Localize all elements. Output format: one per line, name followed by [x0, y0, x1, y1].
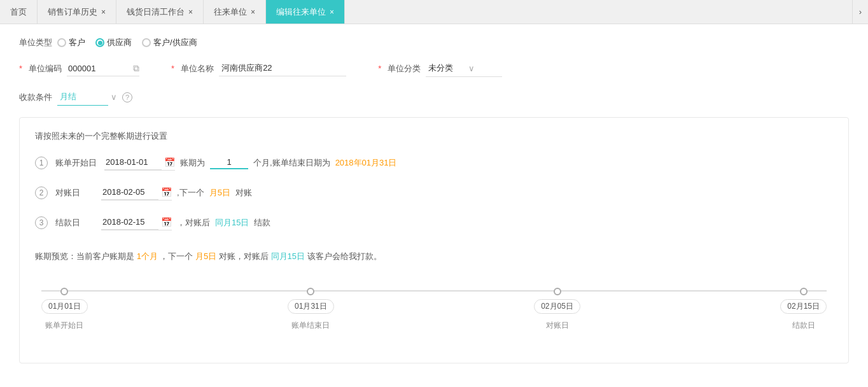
payment-select[interactable]: 月结 ∨	[57, 88, 117, 106]
point-desc-3: 结款日	[792, 320, 815, 331]
unit-type-radio-group: 客户 供应商 客户/供应商	[57, 37, 197, 48]
radio-supplier-label: 供应商	[107, 37, 132, 48]
point-desc-1: 账单结束日	[291, 320, 330, 331]
unit-name-label: 单位名称	[181, 63, 214, 74]
step1-calendar-icon[interactable]: 📅	[164, 157, 175, 167]
radio-customer-circle	[57, 38, 66, 47]
unit-code-required: *	[19, 64, 22, 73]
step-label-1: 账单开始日	[55, 157, 97, 169]
tab-edit-partner[interactable]: 编辑往来单位 ×	[266, 0, 345, 24]
step1-period-input[interactable]	[210, 156, 248, 169]
unit-code-input-wrapper: ⧉	[67, 61, 139, 76]
point-dot-3	[800, 288, 808, 295]
payment-label: 收款条件	[19, 92, 52, 103]
point-dot-2	[554, 288, 561, 295]
step-num-3: 3	[35, 216, 48, 229]
step-row-3: 3 结款日 📅 ，对账后 同月15日 结款	[35, 215, 833, 230]
unit-name-input[interactable]	[219, 61, 346, 76]
step-label-2: 对账日	[55, 187, 94, 199]
step-label-3: 结款日	[55, 217, 94, 229]
preview-part2: 月5日	[195, 251, 216, 261]
unit-category-required: *	[378, 64, 381, 73]
step-content-2: 📅 ,下一个 月5日 对账	[101, 185, 252, 201]
point-desc-2: 对账日	[546, 320, 569, 331]
step-row-2: 2 对账日 📅 ,下一个 月5日 对账	[35, 185, 833, 201]
radio-supplier[interactable]: 供应商	[95, 37, 132, 48]
radio-supplier-circle	[95, 38, 104, 47]
step3-date-input[interactable]	[101, 215, 158, 230]
unit-type-label: 单位类型	[19, 37, 52, 48]
step2-date-wrapper: 📅	[101, 185, 172, 201]
timeline-container: 01月01日 账单开始日 01月31日 账单结束日 02月05日 对账日 02月…	[41, 278, 827, 350]
step3-day-highlight: 同月15日	[215, 217, 249, 229]
step3-prefix: ，对账后	[177, 217, 210, 229]
unit-info-row: * 单位编码 ⧉ * 单位名称 * 单位分类 未分类 ∨	[19, 60, 849, 77]
point-desc-0: 账单开始日	[45, 320, 83, 331]
tab-sales-history-close[interactable]: ×	[101, 8, 106, 16]
preview-sep2: 对账，对账后	[219, 251, 269, 261]
timeline-point-0: 01月01日 账单开始日	[41, 288, 88, 331]
tab-cash-work[interactable]: 钱货日清工作台 ×	[116, 0, 204, 24]
unit-name-required: *	[171, 64, 174, 73]
tab-home[interactable]: 首页	[0, 0, 38, 24]
tab-partner[interactable]: 往来单位 ×	[204, 0, 266, 24]
step1-end-date: 2018年01月31日	[335, 157, 397, 169]
step2-day-highlight: 月5日	[209, 187, 230, 199]
unit-category-select[interactable]: 未分类 ∨	[426, 60, 502, 77]
timeline-point-2: 02月05日 对账日	[534, 288, 580, 331]
step3-date-wrapper: 📅	[101, 215, 172, 230]
step3-calendar-icon[interactable]: 📅	[161, 217, 172, 227]
tab-edit-partner-label: 编辑往来单位	[276, 6, 326, 18]
step2-date-input[interactable]	[101, 185, 158, 200]
unit-code-copy-icon[interactable]: ⧉	[133, 63, 139, 74]
step3-suffix: 结款	[254, 217, 270, 229]
preview-part3: 同月15日	[271, 251, 305, 261]
payment-chevron-down-icon: ∨	[111, 92, 117, 102]
period-settings-section: 请按照未来的一个完整帐期进行设置 1 账单开始日 📅 账期为 个月,账单结束日期…	[19, 117, 849, 363]
step1-suffix: 账期为	[180, 157, 205, 169]
tab-home-label: 首页	[10, 6, 27, 18]
tab-sales-history[interactable]: 销售订单历史 ×	[38, 0, 116, 24]
tab-sales-history-label: 销售订单历史	[48, 6, 97, 18]
point-dot-0	[60, 288, 68, 295]
step1-date-input[interactable]	[104, 155, 162, 170]
radio-both-circle	[142, 38, 151, 47]
payment-row: 收款条件 月结 ∨ ?	[19, 88, 849, 106]
preview-sep1: ，下一个	[160, 251, 193, 261]
step-num-1: 1	[35, 157, 48, 169]
radio-customer-label: 客户	[69, 37, 85, 48]
tabs-more-button[interactable]: ›	[852, 0, 868, 24]
step2-suffix: 对账	[235, 187, 252, 199]
unit-name-group: * 单位名称	[171, 61, 346, 76]
step-row-1: 1 账单开始日 📅 账期为 个月,账单结束日期为 2018年01月31日	[35, 155, 833, 171]
tab-cash-work-label: 钱货日清工作台	[127, 6, 185, 18]
point-date-3: 02月15日	[780, 299, 827, 314]
step1-date-wrapper: 📅	[104, 155, 175, 171]
tab-partner-label: 往来单位	[214, 6, 247, 18]
unit-category-value: 未分类	[428, 62, 453, 74]
preview-end: 该客户会给我打款。	[307, 251, 382, 261]
unit-type-row: 单位类型 客户 供应商 客户/供应商	[19, 37, 849, 48]
unit-type-group: 单位类型 客户 供应商 客户/供应商	[19, 37, 197, 48]
tab-cash-work-close[interactable]: ×	[188, 8, 193, 16]
unit-category-label: 单位分类	[388, 63, 421, 74]
radio-customer[interactable]: 客户	[57, 37, 85, 48]
step2-prefix: ,下一个	[177, 187, 204, 199]
point-dot-1	[307, 288, 314, 295]
unit-code-group: * 单位编码 ⧉	[19, 61, 139, 76]
timeline-point-1: 01月31日 账单结束日	[288, 288, 334, 331]
chevron-right-icon: ›	[859, 7, 862, 17]
tab-partner-close[interactable]: ×	[251, 8, 255, 16]
step-content-3: 📅 ，对账后 同月15日 结款	[101, 215, 270, 230]
step2-calendar-icon[interactable]: 📅	[161, 187, 172, 197]
tab-edit-partner-close[interactable]: ×	[330, 8, 334, 16]
radio-both[interactable]: 客户/供应商	[142, 37, 197, 48]
preview-text: 账期预览：当前客户账期是 1个月 ，下一个 月5日 对账，对账后 同月15日 该…	[35, 244, 833, 262]
preview-part1: 1个月	[137, 251, 158, 261]
step-content-1: 📅 账期为 个月,账单结束日期为 2018年01月31日	[104, 155, 396, 171]
payment-group: 收款条件 月结 ∨ ?	[19, 88, 132, 106]
unit-code-input[interactable]	[67, 61, 130, 76]
radio-both-label: 客户/供应商	[153, 37, 197, 48]
point-date-2: 02月05日	[534, 299, 580, 314]
help-icon[interactable]: ?	[122, 92, 132, 102]
